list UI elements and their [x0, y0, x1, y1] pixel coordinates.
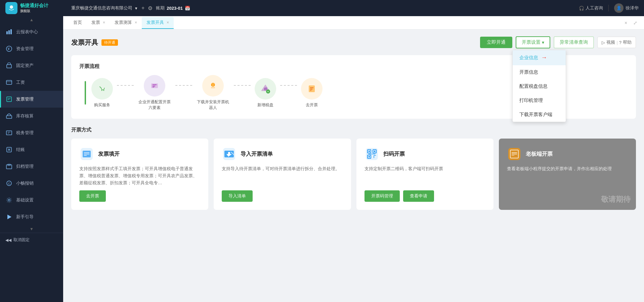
tab-invoice[interactable]: 发票 ×	[87, 17, 110, 29]
close-window-btn[interactable]: ×	[622, 20, 629, 26]
content-area: 首页 发票 × 发票测算 × 发票开具 × × ⤢	[63, 16, 644, 302]
support-label: 人工咨询	[586, 5, 603, 11]
sidebar-item-expense[interactable]: C 小畅报销	[0, 175, 63, 192]
svg-rect-12	[6, 116, 12, 118]
method-scan-desc: 支持定制开票二维码，客户端可扫码开票	[364, 165, 485, 173]
tab-invoice-calc[interactable]: 发票测算 ×	[110, 17, 142, 29]
basic-settings-icon	[5, 196, 13, 204]
activate-btn[interactable]: 立即开通	[480, 37, 512, 48]
arrow-indicator: →	[541, 54, 547, 61]
methods-container: 发票填开 支持按照发票样式手工填开发票；可开具增值税电子普通发票、增值税普通发票…	[71, 139, 636, 210]
sidebar-item-accounting[interactable]: 结账	[0, 141, 63, 158]
abnormal-list-btn[interactable]: 异常清单查询	[554, 36, 594, 48]
company-selector[interactable]: 重庆畅捷交通信息咨询有限公司 ▾	[71, 5, 137, 11]
tab-bar: 首页 发票 × 发票测算 × 发票开具 × × ⤢	[63, 16, 644, 30]
page-header: 发票开具 待开通 立即开通 开票设置 ▾	[71, 36, 636, 48]
expense-icon: C	[5, 180, 13, 187]
sidebar-item-archive[interactable]: 归档管理	[0, 158, 63, 175]
tab-invoice-calc-close[interactable]: ×	[135, 20, 137, 25]
settings-btn[interactable]: ⚙	[148, 5, 153, 11]
support-btn[interactable]: 🎧 人工咨询	[579, 5, 603, 11]
tab-invoice-calc-label: 发票测算	[115, 20, 132, 26]
tab-home[interactable]: 首页	[69, 17, 87, 29]
svg-point-25	[98, 85, 106, 93]
svg-rect-39	[309, 85, 315, 92]
sidebar-label-capital: 资金管理	[16, 46, 34, 52]
top-bar-actions: 🎧 人工咨询 👤 徐泽华	[579, 3, 639, 13]
flow-step-config: 企业开通配置开票六要素	[138, 75, 171, 111]
flow-step-open-label: 去开票	[306, 102, 318, 108]
tax-icon	[5, 129, 13, 137]
sidebar-item-basic-settings[interactable]: 基础设置	[0, 192, 63, 209]
cancel-pin-label: 取消固定	[13, 237, 30, 243]
manual-invoice-btn[interactable]: 去开票	[79, 190, 106, 202]
sidebar-item-invoice[interactable]: 发票管理	[0, 91, 63, 108]
maximize-window-btn[interactable]: ⤢	[632, 20, 639, 26]
sidebar-item-payroll[interactable]: 工资	[0, 74, 63, 91]
sidebar-cancel-pin[interactable]: ◀◀ 取消固定	[0, 233, 63, 247]
view-apply-btn[interactable]: 查看申请	[403, 190, 434, 202]
sidebar-item-cloud-report[interactable]: 云报表中心	[0, 24, 63, 40]
scroll-up-btn[interactable]: ▲	[0, 16, 63, 24]
sidebar-label-accounting: 结账	[16, 147, 25, 153]
dropdown-item-download-client[interactable]: 下载开票客户端	[513, 108, 566, 122]
flow-step-buy-icon	[91, 78, 113, 100]
page-content: 发票开具 待开通 立即开通 开票设置 ▾	[63, 30, 644, 302]
sidebar-item-guide[interactable]: 新手引导	[0, 209, 63, 225]
method-boss-icon	[507, 147, 522, 161]
dropdown-item-invoice-info[interactable]: 开票信息	[513, 65, 566, 79]
svg-point-0	[10, 5, 13, 9]
page-title-area: 发票开具 待开通	[71, 38, 118, 47]
method-card-scan: 扫码开票 支持定制开票二维码，客户端可扫码开票 开票码管理 查看申请	[356, 139, 493, 210]
sidebar-label-expense: 小畅报销	[16, 180, 34, 186]
period-info: 账期 2023-01 📅	[156, 5, 190, 11]
sidebar-label-cloud-report: 云报表中心	[16, 29, 38, 35]
tab-bar-right: × ⤢	[620, 20, 639, 26]
scan-code-mgr-btn[interactable]: 开票码管理	[364, 190, 400, 202]
tab-invoice-close[interactable]: ×	[103, 20, 105, 25]
svg-marker-24	[7, 215, 11, 219]
tax-config-label: 配置税盘信息	[519, 83, 548, 89]
methods-section-title: 开票方式	[71, 127, 636, 133]
sidebar-item-inventory[interactable]: 库存核算	[0, 108, 63, 124]
tab-invoice-open[interactable]: 发票开具 ×	[142, 17, 174, 29]
method-manual-actions: 去开票	[79, 190, 200, 202]
sidebar-item-tax[interactable]: 税务管理	[0, 124, 63, 141]
dropdown-item-tax-config[interactable]: 配置税盘信息	[513, 79, 566, 93]
sidebar-label-guide: 新手引导	[16, 214, 34, 220]
flow-step-config-label: 企业开通配置开票六要素	[138, 99, 171, 111]
cloud-report-icon	[5, 28, 13, 36]
question-icon: ?	[619, 40, 621, 45]
video-help-btn[interactable]: ▷ 视频 | ? 帮助	[597, 37, 636, 48]
company-dropdown-icon: ▾	[135, 6, 137, 11]
sidebar-item-assets[interactable]: 固定资产	[0, 57, 63, 74]
flow-divider-3	[234, 85, 251, 94]
flow-divider-2	[175, 85, 192, 94]
tab-invoice-open-close[interactable]: ×	[167, 20, 169, 25]
main-area: ▲ 云报表中心 ¥ 资金管理 固定资产	[0, 16, 644, 302]
flow-step-add-tax-label: 新增税盘	[257, 102, 273, 108]
calendar-icon[interactable]: 📅	[185, 6, 190, 11]
sidebar-label-archive: 归档管理	[16, 163, 34, 169]
accounting-icon	[5, 146, 13, 153]
method-card-manual: 发票填开 支持按照发票样式手工填开发票；可开具增值税电子普通发票、增值税普通发票…	[71, 139, 208, 210]
dropdown-item-printer[interactable]: 打印机管理	[513, 93, 566, 108]
add-tab-btn[interactable]: +	[141, 5, 144, 11]
sidebar-item-capital[interactable]: ¥ 资金管理	[0, 40, 63, 57]
flow-step-buy-label: 购买服务	[94, 102, 110, 108]
svg-rect-3	[10, 29, 12, 34]
method-manual-icon	[79, 147, 94, 161]
sidebar: ▲ 云报表中心 ¥ 资金管理 固定资产	[0, 16, 63, 302]
svg-rect-28	[151, 83, 158, 88]
import-list-btn[interactable]: 导入清单	[222, 190, 253, 202]
svg-text:C: C	[8, 182, 10, 185]
company-name: 重庆畅捷交通信息咨询有限公司	[71, 5, 132, 11]
dropdown-item-company-info[interactable]: 企业信息 →	[513, 50, 566, 65]
invoice-info-label: 开票信息	[519, 69, 538, 75]
app-container: 畅捷通好会计 旗舰版 重庆畅捷交通信息咨询有限公司 ▾ + ⚙ 账期 2023-…	[0, 0, 644, 302]
header-actions: 立即开通 开票设置 ▾ 企业信息 →	[480, 36, 636, 48]
video-label: 视频	[606, 39, 615, 45]
scroll-down-btn[interactable]: ▼	[0, 225, 63, 233]
company-info-label: 企业信息	[519, 55, 538, 61]
settings-btn[interactable]: 开票设置 ▾	[516, 36, 550, 48]
